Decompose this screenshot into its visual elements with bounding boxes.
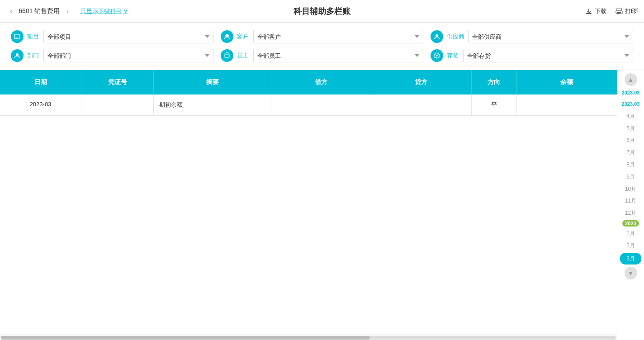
- cell-date: 2023-03: [0, 94, 81, 115]
- svg-rect-9: [15, 38, 18, 38]
- timeline-item-12[interactable]: 12月: [617, 207, 644, 219]
- col-balance: 余额: [517, 70, 617, 94]
- timeline-item-1[interactable]: 1月: [617, 227, 644, 240]
- svg-rect-2: [617, 8, 621, 11]
- timeline-sidebar: ▲ 2023.03 2023.03 4月 5月 6月 7月 8月 9月 10月 …: [617, 70, 644, 340]
- supplier-select[interactable]: 全部供应商: [468, 30, 633, 43]
- title-bar: ‹ 6601 销售费用 › 只显示下级科目 ∨ 科目辅助多栏账 下载: [0, 0, 644, 23]
- project-select[interactable]: 全部项目: [43, 30, 213, 43]
- show-sub-button[interactable]: 只显示下级科目 ∨: [80, 7, 128, 15]
- year-badge-2023[interactable]: 2023: [622, 220, 639, 227]
- download-label: 下载: [595, 7, 606, 15]
- customer-select[interactable]: 全部客户: [253, 30, 423, 43]
- horizontal-scrollbar[interactable]: [0, 335, 617, 340]
- print-icon: [616, 8, 623, 15]
- svg-rect-1: [588, 9, 589, 12]
- table-body: 2023-03 期初余额 平: [0, 94, 617, 335]
- title-left: ‹ 6601 销售费用 › 只显示下级科目 ∨: [7, 6, 128, 16]
- title-right: 下载 打印: [585, 7, 637, 15]
- inventory-icon: [431, 49, 443, 62]
- chevron-down-icon: ▼: [628, 269, 634, 277]
- timeline-down-button[interactable]: ▼: [625, 267, 637, 279]
- chevron-up-icon: ▲: [628, 76, 634, 83]
- download-button[interactable]: 下载: [585, 7, 606, 15]
- table-header: 日期 凭证号 摘要 借方 贷方 方向 余额: [0, 70, 617, 94]
- department-filter: 部门 全部部门: [7, 46, 217, 65]
- employee-filter: 员工 全部员工: [217, 46, 427, 65]
- svg-rect-12: [225, 54, 229, 57]
- inventory-label: 存货: [447, 52, 459, 60]
- customer-filter: 客户 全部客户: [217, 27, 427, 46]
- department-select[interactable]: 全部部门: [43, 49, 213, 62]
- supplier-icon: [431, 30, 443, 43]
- customer-icon: [221, 30, 233, 43]
- cell-direction: 平: [472, 94, 517, 115]
- employee-select[interactable]: 全部员工: [253, 49, 423, 62]
- col-debit: 借方: [271, 70, 371, 94]
- employee-label: 员工: [237, 52, 250, 60]
- project-icon: [11, 30, 24, 43]
- close-button[interactable]: ×: [634, 5, 639, 15]
- svg-rect-8: [15, 37, 19, 38]
- page-title: 科目辅助多栏账: [294, 6, 350, 17]
- nav-next-button[interactable]: ›: [63, 6, 71, 16]
- scrollbar-thumb[interactable]: [1, 336, 370, 340]
- department-label: 部门: [27, 52, 40, 60]
- cell-balance: [517, 94, 617, 115]
- employee-icon: [221, 49, 233, 62]
- supplier-filter: 供应商 全部供应商: [427, 27, 637, 46]
- col-date: 日期: [0, 70, 81, 94]
- scrollbar-track: [1, 336, 616, 340]
- cell-voucher: [81, 94, 154, 115]
- main-window: ‹ 6601 销售费用 › 只显示下级科目 ∨ 科目辅助多栏账 下载: [0, 0, 644, 340]
- account-code: 6601 销售费用: [19, 7, 60, 15]
- col-credit: 贷方: [371, 70, 471, 94]
- timeline-up-button[interactable]: ▲: [625, 73, 637, 86]
- svg-point-10: [436, 34, 438, 37]
- timeline-item-2023-03-start[interactable]: 2023.03: [617, 87, 644, 99]
- timeline-item-11[interactable]: 11月: [617, 195, 644, 207]
- project-label: 项目: [27, 33, 40, 41]
- svg-rect-7: [15, 36, 19, 36]
- project-filter: 项目 全部项目: [7, 27, 217, 46]
- col-summary: 摘要: [154, 70, 271, 94]
- timeline-item-3-active[interactable]: 3月: [620, 253, 641, 265]
- nav-prev-button[interactable]: ‹: [7, 6, 15, 16]
- main-content: 日期 凭证号 摘要 借方 贷方 方向 余额 2023-03 期初余额 平: [0, 70, 644, 340]
- chevron-down-icon: ∨: [123, 8, 128, 14]
- svg-rect-5: [617, 13, 620, 14]
- table-row: 2023-03 期初余额 平: [0, 94, 617, 116]
- timeline-item-2[interactable]: 2月: [617, 240, 644, 252]
- table-area: 日期 凭证号 摘要 借方 贷方 方向 余额 2023-03 期初余额 平: [0, 70, 617, 340]
- timeline-item-5[interactable]: 5月: [617, 123, 644, 135]
- timeline-item-7[interactable]: 7月: [617, 146, 644, 159]
- svg-rect-4: [617, 12, 621, 13]
- department-icon: [11, 49, 24, 62]
- col-voucher: 凭证号: [81, 70, 154, 94]
- inventory-select[interactable]: 全部存货: [463, 49, 633, 62]
- download-icon: [585, 8, 592, 15]
- timeline-item-10[interactable]: 10月: [617, 183, 644, 195]
- show-sub-label: 只显示下级科目: [80, 7, 122, 15]
- svg-point-11: [16, 53, 19, 56]
- timeline-item-4[interactable]: 4月: [617, 110, 644, 123]
- timeline-item-2023-03-end[interactable]: 2023.03: [617, 99, 644, 110]
- timeline-item-8[interactable]: 8月: [617, 159, 644, 171]
- timeline-item-9[interactable]: 9月: [617, 171, 644, 183]
- filters-panel: 项目 全部项目 客户 全部客户: [0, 23, 644, 70]
- col-direction: 方向: [472, 70, 517, 94]
- timeline-item-6[interactable]: 6月: [617, 134, 644, 146]
- cell-credit: [371, 94, 471, 115]
- cell-debit: [271, 94, 371, 115]
- customer-label: 客户: [237, 33, 250, 41]
- supplier-label: 供应商: [447, 33, 464, 41]
- cell-summary: 期初余额: [154, 94, 271, 115]
- inventory-filter: 存货 全部存货: [427, 46, 637, 65]
